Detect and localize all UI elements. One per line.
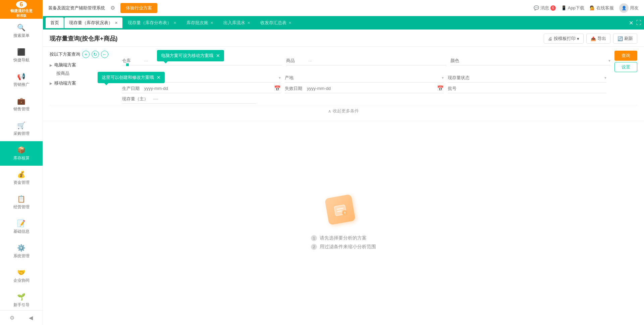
message-icon: 💬 [534,5,539,10]
main: 装备及固定资产辅助管理系统 ⚙ 体验行业方案 💬 消息 6 📱 App下载 💁 … [43,0,644,325]
expire-date-input[interactable] [307,86,435,91]
tip-num-2: 2 [311,244,317,250]
collapse-sidebar-btn[interactable]: ◀ [29,315,33,321]
settings-bottom-btn[interactable]: ⚙ [10,315,14,321]
sidebar-item-search[interactable]: 🔍 搜索菜单 [0,19,43,43]
trial-button[interactable]: 体验行业方案 [120,3,157,13]
newbie-nav-icon: 🌱 [17,293,25,301]
sidebar-item-newbie[interactable]: 🌱 新手引导 [0,288,43,310]
tab-inventory-dist-close[interactable]: ✕ [173,21,176,25]
close-all-tabs-btn[interactable]: ✕ [629,20,633,26]
system-title: 装备及固定资产辅助管理系统 [48,5,105,11]
collapse-more-btn[interactable]: ∧ 收起更多条件 [50,105,637,117]
filter-goods: 商品 ··· [286,58,446,65]
fullscreen-btn[interactable]: ⛶ [636,20,641,26]
tooltip-scheme-close[interactable]: ✕ [157,75,161,80]
tab-batch-close[interactable]: ✕ [210,21,213,25]
online-support-btn[interactable]: 💁 在线客服 [590,5,614,11]
sidebar-item-purchase[interactable]: 🛒 采购管理 [0,117,43,141]
stock-status-dropdown-icon[interactable]: ▾ [604,75,606,80]
tab-inventory-status-label: 现存量（库存状况表） [69,20,113,26]
export-btn[interactable]: 📤 导出 [586,34,610,44]
warehouse-more: ··· [144,58,148,63]
sidebar-item-inventory[interactable]: 📦 库存核算 [0,141,43,166]
sidebar-item-label: 搜索菜单 [13,33,30,39]
filter-stock-status[interactable]: 现存量状态 ▾ [448,75,606,83]
expire-date-cal-icon[interactable]: 📅 [437,85,444,92]
filter-produce-date[interactable]: 生产日期 📅 [122,85,281,93]
size-dropdown-icon[interactable]: ▾ [279,75,281,80]
mobile-scheme-label: 移动端方案 [54,80,76,86]
system-nav-icon: ⚙️ [17,244,25,252]
sidebar-item-basic[interactable]: 📝 基础信息 [0,215,43,239]
page-actions: 🖨 按模板打印 ▾ 📤 导出 🔄 刷新 [544,34,637,44]
support-icon: 💁 [590,5,595,10]
tab-inout[interactable]: 出入库流水 ✕ [219,17,255,28]
tab-inventory-dist-label: 现存量（库存分布表） [128,20,171,26]
app-download-btn[interactable]: 📱 App下载 [561,5,584,11]
tab-inventory-dist[interactable]: 现存量（库存分布表） ✕ [123,17,181,28]
stock-status-label: 现存量状态 [448,75,470,81]
content: 现存量查询(按仓库+商品) 🖨 按模板打印 ▾ 📤 导出 🔄 刷新 [43,30,644,325]
tooltip-dot [126,63,129,66]
empty-icon: ? [327,196,360,230]
sidebar-item-label: 系统管理 [13,253,30,259]
page-content: 现存量查询(按仓库+商品) 🖨 按模板打印 ▾ 📤 导出 🔄 刷新 [43,30,644,325]
empty-icon-inner: ? [325,194,356,225]
filter-add-scheme-btn[interactable]: + [82,51,90,58]
tab-bar-right: ✕ ⛶ [629,20,641,26]
sidebar-bottom: ⚙ ◀ [0,310,43,325]
filter-sync-btn[interactable]: ↻ [92,51,99,58]
sidebar-item-enterprise[interactable]: 🤝 企业协同 [0,264,43,288]
tooltip-add-close[interactable]: ✕ [216,53,220,58]
refresh-btn[interactable]: 🔄 刷新 [613,34,637,44]
stock-main-label: 现存量（主） [122,96,148,102]
top-header: 装备及固定资产辅助管理系统 ⚙ 体验行业方案 💬 消息 6 📱 App下载 💁 … [43,0,644,16]
sidebar-item-operations[interactable]: 📋 经营管理 [0,190,43,215]
sidebar-item-system[interactable]: ⚙️ 系统管理 [0,239,43,264]
color-dropdown-icon[interactable]: ▾ [608,58,610,63]
scheme-pc[interactable]: ▶ 电脑端方案 [50,61,117,69]
tab-inventory-status[interactable]: 现存量（库存状况表） ✕ [64,17,122,28]
sidebar-item-guide[interactable]: ⬛ 快捷导航 [0,43,43,68]
filter-stock-main[interactable]: 现存量（主） — [122,96,256,104]
tab-home[interactable]: 首页 [46,17,64,28]
tab-summary[interactable]: 收发存汇总表 ✕ [256,17,296,28]
origin-dropdown-icon[interactable]: ▾ [442,75,444,80]
tooltip-scheme-text: 这里可以创建和修改方案哦 [102,74,154,80]
filter-label-text: 按以下方案查询 [50,51,80,57]
filter-label-row: 按以下方案查询 + ↻ ← [50,51,117,58]
sidebar-item-label: 营销推广 [13,82,30,88]
tab-inventory-status-close[interactable]: ✕ [115,21,118,25]
user-btn[interactable]: 👤 用友 [619,3,639,13]
sidebar-item-marketing[interactable]: 📢 营销推广 [0,68,43,92]
filter-expire-date[interactable]: 失效日期 📅 [285,85,443,93]
sidebar-item-sales[interactable]: 💼 销售管理 [0,92,43,117]
filter-batch-no[interactable]: 批号 [448,86,606,93]
refresh-label: 刷新 [624,36,633,42]
enterprise-nav-icon: 🤝 [17,268,25,276]
print-btn[interactable]: 🖨 按模板打印 ▾ [544,34,584,44]
sidebar-item-finance[interactable]: 💰 资金管理 [0,166,43,190]
tab-summary-close[interactable]: ✕ [288,21,291,25]
message-badge: 6 [550,5,556,11]
empty-tip-2: 2 用过滤条件来缩小分析范围 [311,244,376,250]
search-button[interactable]: 查询 [614,51,637,61]
sidebar-item-label: 快捷导航 [13,57,30,63]
filter-area: 按以下方案查询 + ↻ ← ▶ 电脑端方案 [43,47,644,121]
page-title-bar: 现存量查询(按仓库+商品) 🖨 按模板打印 ▾ 📤 导出 🔄 刷新 [43,30,644,47]
filter-origin[interactable]: 产地 ▾ [285,75,443,83]
filter-color[interactable]: 颜色 ▾ [450,58,610,65]
batch-no-input[interactable] [470,86,606,91]
color-label: 颜色 [450,58,471,64]
system-settings-btn[interactable]: ⚙ [110,5,115,11]
message-btn[interactable]: 💬 消息 6 [534,5,556,11]
filter-back-btn[interactable]: ← [101,51,108,58]
set-button[interactable]: 设置 [614,62,637,72]
sub-scheme-goods-label: 按商品 [56,70,69,76]
produce-date-cal-icon[interactable]: 📅 [274,85,281,92]
produce-date-input[interactable] [144,86,272,91]
user-label: 用友 [630,5,639,11]
tab-batch[interactable]: 库存批次账 ✕ [182,17,218,28]
tab-inout-close[interactable]: ✕ [247,21,250,25]
